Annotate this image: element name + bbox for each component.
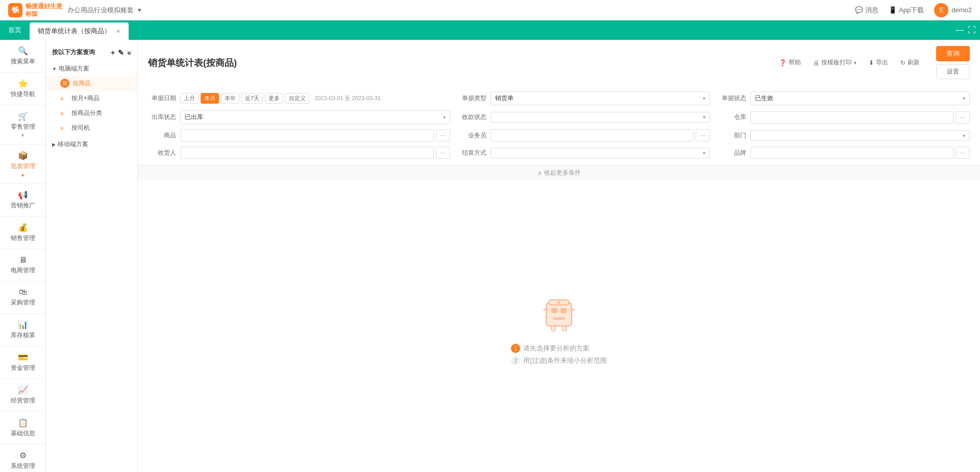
settings-btn[interactable]: 设置 — [936, 64, 970, 79]
scheme-item-by-cashier[interactable]: ≡ 按司机 — [46, 121, 137, 135]
left-panel-header: 按以下方案查询 + ✎ « — [46, 45, 137, 60]
app-download-action[interactable]: 📱 App下载 — [889, 6, 924, 15]
print-template-btn[interactable]: 🖨 按模板打印 ▾ — [809, 56, 861, 69]
docstatus-select[interactable]: 已生效 ▾ — [750, 91, 970, 105]
page-actions: ❓ 帮助 🖨 按模板打印 ▾ ⬇ 导出 ↻ — [775, 46, 970, 79]
sidebar-item-wholesale[interactable]: 📦 批发管理 ▲ — [0, 145, 45, 184]
brand-ellipsis-btn[interactable]: ··· — [955, 147, 970, 159]
filter-row-1: 单据日期 上月 本月 本年 近7天 更多 自定义 2023-03-01 至 20… — [148, 91, 970, 105]
inventory-icon: 📊 — [18, 320, 28, 329]
filter-wrapper: 销货单统计表(按商品) ❓ 帮助 🖨 按模板打印 ▾ ⬇ — [138, 40, 980, 180]
filter-row-2: 出库状态 已出库 ▾ 收款状态 — [148, 110, 970, 124]
settlement-select[interactable]: ▾ — [491, 148, 710, 158]
refresh-btn[interactable]: ↻ 刷新 — [896, 56, 924, 69]
outstatus-label: 出库状态 — [148, 113, 176, 122]
sidebar-item-marketing[interactable]: 📢 营销推广 — [0, 184, 45, 217]
app-title: 办公用品行业模拟账套 ▾ — [67, 6, 141, 15]
payment-chevron-icon: ▾ — [703, 114, 705, 120]
payment-select[interactable]: ▾ — [491, 112, 710, 123]
svg-rect-1 — [551, 308, 557, 313]
salesperson-input[interactable] — [491, 129, 694, 141]
tab-maximize-btn[interactable]: ⛶ — [968, 26, 976, 34]
date-btn-this-year[interactable]: 本年 — [221, 93, 239, 104]
header-right: 💬 消息 📱 App下载 E demo2 — [855, 3, 972, 17]
quick-nav-icon: ⭐ — [18, 79, 28, 88]
help-btn[interactable]: ❓ 帮助 — [775, 56, 805, 69]
sidebar-item-search-menu[interactable]: 🔍 搜索菜单 — [0, 40, 45, 73]
marketing-icon: 📢 — [18, 190, 28, 200]
logo-icon: 畅 — [8, 3, 22, 17]
tab-bar: 首页 销货单统计表（按商品） ✕ — ⛶ — [0, 20, 980, 40]
export-btn[interactable]: ⬇ 导出 — [865, 56, 892, 69]
pc-scheme-title[interactable]: ▼ 电脑端方案 — [46, 62, 137, 76]
svg-rect-5 — [570, 309, 574, 311]
date-btn-this-month[interactable]: 本月 — [201, 93, 219, 104]
doctype-select[interactable]: 销货单 ▾ — [491, 91, 710, 105]
user-area[interactable]: E demo2 — [934, 3, 972, 17]
edit-scheme-btn[interactable]: ✎ — [118, 49, 124, 57]
sidebar-item-inventory[interactable]: 📊 库存核算 — [0, 314, 45, 346]
scheme-item-by-product-category[interactable]: ≡ 按商品分类 — [46, 106, 137, 121]
date-label: 单据日期 — [148, 94, 176, 103]
date-btn-more[interactable]: 更多 — [265, 93, 283, 104]
mobile-scheme-title[interactable]: ▶ 移动端方案 — [46, 137, 137, 151]
filter-department-field: 部门 ▾ — [718, 130, 970, 141]
collapse-bar[interactable]: ∧ 收起更多条件 — [138, 165, 980, 180]
date-shortcuts: 上月 本月 本年 近7天 更多 自定义 2023-03-01 至 2023-03… — [180, 93, 381, 104]
filter-salesperson-field: 业务员 ··· — [458, 129, 710, 141]
brand-input[interactable] — [750, 147, 953, 159]
tab-close-icon[interactable]: ✕ — [116, 28, 120, 35]
date-btn-last-month[interactable]: 上月 — [180, 93, 199, 104]
empty-tips: 1 请先选择要分析的方案 2 用[过滤]条件来缩小分析范围 — [511, 344, 606, 365]
add-scheme-btn[interactable]: + — [111, 49, 115, 57]
date-control: 上月 本月 本年 近7天 更多 自定义 2023-03-01 至 2023-03… — [180, 93, 450, 104]
receiver-ellipsis-btn[interactable]: ··· — [436, 147, 450, 159]
tab-home[interactable]: 首页 — [0, 20, 30, 40]
export-icon: ⬇ — [869, 59, 874, 66]
sidebar-item-system[interactable]: ⚙ 系统管理 — [0, 444, 45, 472]
receiver-control: ··· — [180, 147, 450, 159]
salesperson-ellipsis-btn[interactable]: ··· — [696, 129, 710, 141]
scheme-item-by-product[interactable]: 按 按商品 — [46, 76, 137, 91]
date-btn-custom[interactable]: 自定义 — [285, 93, 309, 104]
sidebar-item-sales[interactable]: 💰 销售管理 — [0, 217, 45, 249]
docstatus-chevron-icon: ▾ — [963, 96, 965, 101]
scheme-item-by-month-product[interactable]: ≡ 按月+商品 — [46, 91, 137, 106]
query-settings-area: 查询 设置 — [936, 46, 970, 79]
query-btn[interactable]: 查询 — [936, 46, 970, 61]
left-panel-actions: + ✎ « — [111, 49, 131, 57]
page-title-row: 销货单统计表(按商品) ❓ 帮助 🖨 按模板打印 ▾ ⬇ — [138, 40, 980, 79]
sidebar: 🔍 搜索菜单 ⭐ 快捷导航 🛒 零售管理 ▼ 📦 批发管理 ▲ 📢 营销推广 💰… — [0, 40, 46, 472]
message-action[interactable]: 💬 消息 — [855, 6, 878, 15]
print-chevron-icon: ▾ — [854, 60, 856, 65]
filter-docstatus-field: 单据状态 已生效 ▾ — [718, 91, 970, 105]
product-ellipsis-btn[interactable]: ··· — [436, 129, 450, 141]
receiver-input[interactable] — [180, 147, 434, 159]
scheme-group-pc: ▼ 电脑端方案 按 按商品 ≡ 按月+商品 ≡ 按商品分类 ≡ 按司机 — [46, 62, 137, 135]
filter-row-3: 商品 ··· 业务员 ··· — [148, 129, 970, 141]
collapse-panel-btn[interactable]: « — [127, 49, 131, 57]
doctype-control: 销货单 ▾ — [491, 91, 710, 105]
sidebar-item-finance[interactable]: 💳 资金管理 — [0, 346, 45, 379]
sidebar-item-operations[interactable]: 📈 经营管理 — [0, 379, 45, 412]
filter-date-field: 单据日期 上月 本月 本年 近7天 更多 自定义 2023-03-01 至 20… — [148, 93, 450, 104]
sidebar-item-ecommerce[interactable]: 🖥 电商管理 — [0, 249, 45, 281]
date-btn-7days[interactable]: 近7天 — [241, 93, 263, 104]
tab-sales-stat[interactable]: 销货单统计表（按商品） ✕ — [30, 22, 129, 40]
sidebar-item-purchase[interactable]: 🛍 采购管理 — [0, 281, 45, 314]
sidebar-item-retail[interactable]: 🛒 零售管理 ▼ — [0, 105, 45, 145]
sidebar-item-basic[interactable]: 📋 基础信息 — [0, 412, 45, 444]
settlement-chevron-icon: ▾ — [703, 150, 705, 156]
outstatus-select[interactable]: 已出库 ▾ — [180, 110, 450, 124]
tip-num-2: 2 — [511, 356, 520, 365]
warehouse-input[interactable] — [750, 111, 953, 124]
sidebar-item-quick-nav[interactable]: ⭐ 快捷导航 — [0, 73, 45, 105]
collapse-chevron-up-icon: ∧ — [537, 170, 542, 177]
product-input[interactable] — [180, 129, 434, 141]
filter-product-field: 商品 ··· — [148, 129, 450, 141]
warehouse-ellipsis-btn[interactable]: ··· — [955, 111, 970, 124]
tab-minimize-btn[interactable]: — — [955, 26, 964, 34]
payment-control: ▾ — [491, 112, 710, 123]
department-select[interactable]: ▾ — [750, 130, 970, 141]
finance-icon: 💳 — [18, 352, 28, 362]
